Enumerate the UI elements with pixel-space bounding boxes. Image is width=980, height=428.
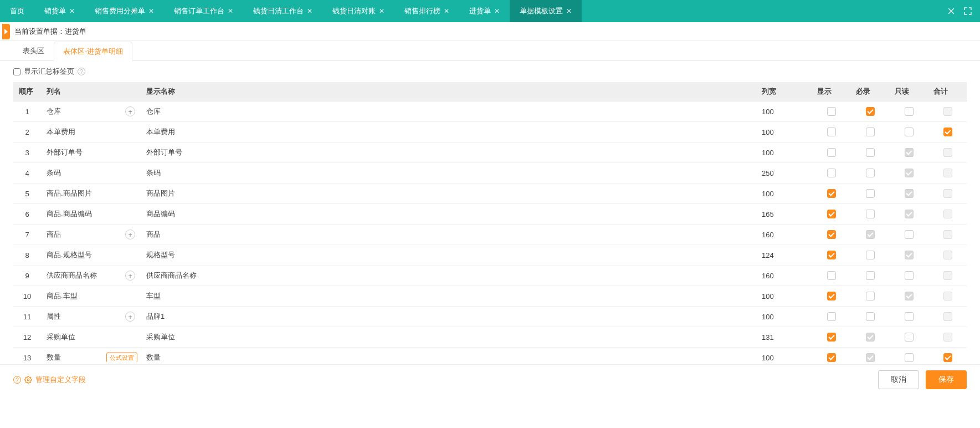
cell-display-name[interactable]: 本单费用	[141, 122, 756, 142]
table-row[interactable]: 4条码条码250	[13, 163, 967, 184]
expand-sidebar-icon[interactable]	[2, 24, 10, 39]
readonly-checkbox[interactable]	[905, 128, 914, 136]
required-checkbox[interactable]	[866, 271, 875, 280]
top-tab[interactable]: 销售费用分摊单✕	[85, 0, 164, 22]
show-checkbox[interactable]	[827, 189, 836, 198]
save-button[interactable]: 保存	[926, 370, 967, 389]
help-icon[interactable]: ?	[78, 68, 85, 75]
cell-display-name[interactable]: 商品图片	[141, 184, 756, 204]
top-tab[interactable]: 销售排行榜✕	[394, 0, 459, 22]
show-checkbox[interactable]	[827, 210, 836, 218]
section-tab[interactable]: 表体区-进货单明细	[54, 42, 132, 61]
cell-display-name[interactable]: 品牌1	[141, 307, 756, 327]
close-icon[interactable]: ✕	[69, 7, 75, 15]
cancel-button[interactable]: 取消	[878, 370, 919, 389]
close-icon[interactable]: ✕	[148, 7, 154, 15]
close-icon[interactable]: ✕	[494, 7, 500, 15]
table-row[interactable]: 11属性+品牌1100	[13, 307, 967, 327]
cell-width[interactable]: 124	[756, 245, 812, 266]
show-checkbox[interactable]	[827, 169, 836, 177]
table-row[interactable]: 1仓库+仓库100	[13, 101, 967, 122]
add-column-icon[interactable]: +	[125, 230, 135, 240]
add-column-icon[interactable]: +	[125, 312, 135, 322]
total-checkbox[interactable]	[943, 353, 952, 362]
cell-width[interactable]: 100	[756, 184, 812, 204]
cell-width[interactable]: 250	[756, 163, 812, 184]
section-tab[interactable]: 表头区	[13, 41, 54, 60]
table-row[interactable]: 8商品.规格型号规格型号124	[13, 245, 967, 266]
close-icon[interactable]: ✕	[228, 7, 233, 15]
cell-display-name[interactable]: 规格型号	[141, 245, 756, 266]
show-checkbox[interactable]	[827, 312, 836, 321]
readonly-checkbox[interactable]	[905, 312, 914, 321]
show-checkbox[interactable]	[827, 353, 836, 362]
add-column-icon[interactable]: +	[125, 271, 135, 281]
required-checkbox[interactable]	[866, 251, 875, 259]
show-checkbox[interactable]	[827, 230, 836, 239]
required-checkbox[interactable]	[866, 107, 875, 116]
close-icon[interactable]: ✕	[379, 7, 384, 15]
required-checkbox[interactable]	[866, 128, 875, 136]
show-checkbox[interactable]	[827, 271, 836, 280]
show-checkbox[interactable]	[827, 333, 836, 342]
cell-display-name[interactable]: 商品	[141, 225, 756, 245]
required-checkbox[interactable]	[866, 148, 875, 157]
cell-display-name[interactable]: 车型	[141, 286, 756, 307]
table-row[interactable]: 2本单费用本单费用100	[13, 122, 967, 142]
cell-display-name[interactable]: 仓库	[141, 101, 756, 122]
cell-width[interactable]: 100	[756, 101, 812, 122]
cell-width[interactable]: 165	[756, 204, 812, 225]
required-checkbox[interactable]	[866, 292, 875, 300]
top-tab[interactable]: 钱货日清对账✕	[322, 0, 394, 22]
top-tab[interactable]: 进货单✕	[459, 0, 510, 22]
cell-display-name[interactable]: 条码	[141, 163, 756, 184]
readonly-checkbox[interactable]	[905, 271, 914, 280]
show-checkbox[interactable]	[827, 251, 836, 259]
footer-help-icon[interactable]: ?	[13, 376, 21, 384]
top-tab[interactable]: 销货单✕	[34, 0, 85, 22]
table-row[interactable]: 3外部订单号外部订单号100	[13, 142, 967, 163]
cell-display-name[interactable]: 商品编码	[141, 204, 756, 225]
close-icon[interactable]: ✕	[307, 7, 312, 15]
readonly-checkbox[interactable]	[905, 230, 914, 239]
readonly-checkbox[interactable]	[905, 353, 914, 362]
required-checkbox[interactable]	[866, 312, 875, 321]
top-tab[interactable]: 销售订单工作台✕	[164, 0, 243, 22]
required-checkbox[interactable]	[866, 169, 875, 177]
top-tab[interactable]: 钱货日清工作台✕	[243, 0, 322, 22]
total-checkbox[interactable]	[943, 128, 952, 136]
cell-display-name[interactable]: 外部订单号	[141, 142, 756, 163]
cell-width[interactable]: 100	[756, 307, 812, 327]
add-column-icon[interactable]: +	[125, 106, 135, 116]
formula-settings-button[interactable]: 公式设置	[106, 353, 137, 363]
cell-display-name[interactable]: 数量	[141, 348, 756, 363]
show-checkbox[interactable]	[827, 292, 836, 300]
table-row[interactable]: 7商品+商品160	[13, 225, 967, 245]
required-checkbox[interactable]	[866, 189, 875, 198]
table-row[interactable]: 13数量公式设置数量100	[13, 348, 967, 363]
manage-custom-fields-link[interactable]: 管理自定义字段	[35, 375, 86, 385]
fullscreen-icon[interactable]	[963, 7, 972, 16]
cell-width[interactable]: 131	[756, 327, 812, 348]
cell-width[interactable]: 160	[756, 225, 812, 245]
cell-width[interactable]: 100	[756, 142, 812, 163]
readonly-checkbox[interactable]	[905, 107, 914, 116]
required-checkbox[interactable]	[866, 210, 875, 218]
table-row[interactable]: 9供应商商品名称+供应商商品名称160	[13, 266, 967, 286]
cell-width[interactable]: 100	[756, 286, 812, 307]
show-checkbox[interactable]	[827, 148, 836, 157]
cell-width[interactable]: 160	[756, 266, 812, 286]
cell-display-name[interactable]: 采购单位	[141, 327, 756, 348]
top-tab[interactable]: 首页	[0, 0, 34, 22]
close-all-icon[interactable]	[947, 7, 956, 16]
cell-width[interactable]: 100	[756, 122, 812, 142]
readonly-checkbox[interactable]	[905, 333, 914, 342]
table-row[interactable]: 12采购单位采购单位131	[13, 327, 967, 348]
table-row[interactable]: 5商品.商品图片商品图片100	[13, 184, 967, 204]
show-checkbox[interactable]	[827, 107, 836, 116]
summary-checkbox[interactable]	[13, 68, 20, 75]
show-checkbox[interactable]	[827, 128, 836, 136]
table-scroll-area[interactable]: 1仓库+仓库1002本单费用本单费用1003外部订单号外部订单号1004条码条码…	[13, 101, 967, 362]
close-icon[interactable]: ✕	[566, 7, 572, 15]
close-icon[interactable]: ✕	[444, 7, 449, 15]
